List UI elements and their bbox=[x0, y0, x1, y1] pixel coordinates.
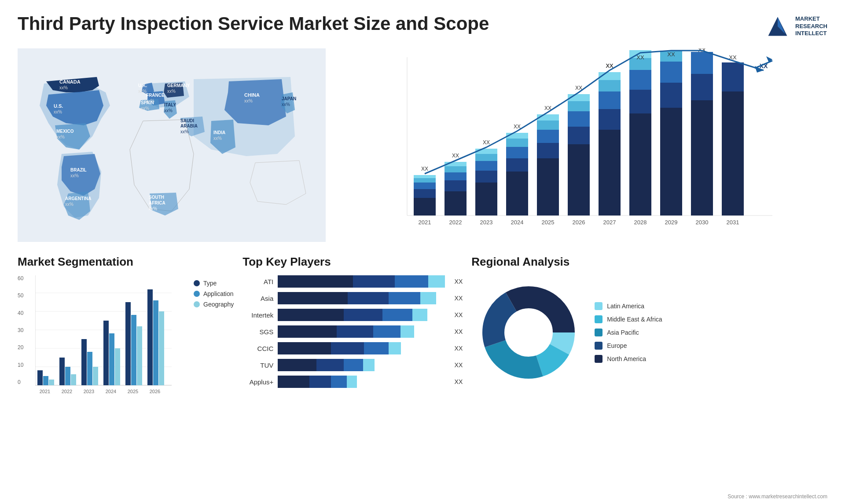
legend-north-america: North America bbox=[595, 355, 662, 363]
svg-rect-81 bbox=[629, 90, 651, 113]
svg-rect-123 bbox=[37, 370, 43, 385]
logo-icon bbox=[764, 13, 791, 40]
svg-rect-70 bbox=[568, 111, 590, 127]
svg-text:xx%: xx% bbox=[65, 202, 73, 207]
svg-text:SPAIN: SPAIN bbox=[141, 100, 154, 105]
svg-text:ARABIA: ARABIA bbox=[180, 124, 198, 128]
player-ati: ATI XX bbox=[242, 275, 463, 288]
player-value-applus: XX bbox=[455, 378, 463, 385]
svg-text:2021: 2021 bbox=[40, 389, 50, 394]
legend-label-latin: Latin America bbox=[607, 303, 644, 310]
svg-rect-38 bbox=[414, 198, 436, 215]
svg-rect-45 bbox=[445, 180, 467, 191]
svg-rect-91 bbox=[691, 74, 713, 100]
svg-text:AFRICA: AFRICA bbox=[149, 201, 165, 205]
svg-text:xx%: xx% bbox=[149, 206, 157, 211]
svg-text:2025: 2025 bbox=[128, 389, 138, 394]
svg-rect-51 bbox=[475, 171, 497, 183]
svg-text:XX: XX bbox=[421, 166, 428, 172]
svg-text:xx%: xx% bbox=[164, 108, 173, 113]
player-sgs: SGS XX bbox=[242, 325, 463, 338]
svg-text:BRAZIL: BRAZIL bbox=[70, 168, 87, 172]
svg-rect-130 bbox=[87, 352, 92, 385]
svg-rect-129 bbox=[81, 339, 87, 385]
svg-text:xx%: xx% bbox=[59, 85, 68, 90]
svg-rect-133 bbox=[109, 333, 114, 385]
legend-dot-geo bbox=[194, 301, 200, 307]
regional-container: Latin America Middle East & Africa Asia … bbox=[471, 275, 827, 390]
svg-rect-58 bbox=[506, 147, 528, 158]
svg-rect-88 bbox=[660, 62, 682, 83]
player-name-applus: Applus+ bbox=[242, 378, 273, 386]
page-title: Third Party Inspection Service Market Si… bbox=[18, 13, 489, 34]
svg-rect-77 bbox=[599, 80, 621, 91]
regional-legend: Latin America Middle East & Africa Asia … bbox=[595, 302, 662, 363]
map-container: CANADA xx% U.S. xx% MEXICO xx% BRAZIL xx… bbox=[18, 48, 326, 242]
legend-color-apac bbox=[595, 329, 603, 336]
player-bar-tuv bbox=[278, 359, 446, 371]
svg-text:2023: 2023 bbox=[84, 389, 94, 394]
legend-middle-east: Middle East & Africa bbox=[595, 315, 662, 323]
players-section: Top Key Players ATI XX bbox=[242, 255, 463, 396]
legend-label-apac: Asia Pacific bbox=[607, 329, 639, 336]
player-value-sgs: XX bbox=[455, 328, 463, 335]
svg-rect-87 bbox=[660, 83, 682, 108]
svg-text:2022: 2022 bbox=[449, 219, 462, 226]
svg-rect-64 bbox=[537, 130, 559, 143]
legend-color-mea bbox=[595, 315, 603, 323]
svg-text:2022: 2022 bbox=[62, 389, 72, 394]
player-applus: Applus+ XX bbox=[242, 376, 463, 388]
svg-rect-94 bbox=[722, 62, 744, 91]
svg-rect-47 bbox=[445, 166, 467, 172]
svg-rect-138 bbox=[147, 289, 153, 385]
player-value-ati: XX bbox=[455, 278, 463, 285]
svg-text:2026: 2026 bbox=[150, 389, 160, 394]
bottom-section: Market Segmentation 0 10 20 30 40 50 60 bbox=[18, 255, 827, 396]
player-name-asia: Asia bbox=[242, 295, 273, 302]
player-bar-ccic bbox=[278, 342, 446, 354]
svg-rect-139 bbox=[153, 300, 158, 385]
svg-text:XX: XX bbox=[483, 139, 490, 146]
svg-text:xx%: xx% bbox=[244, 99, 253, 103]
player-bar-intertek bbox=[278, 309, 446, 321]
svg-rect-69 bbox=[568, 127, 590, 144]
svg-text:2024: 2024 bbox=[106, 389, 116, 394]
player-bar-applus bbox=[278, 376, 446, 388]
svg-text:2023: 2023 bbox=[480, 219, 493, 226]
legend-geography: Geography bbox=[194, 301, 234, 308]
logo: MARKET RESEARCH INTELLECT bbox=[764, 13, 827, 40]
svg-rect-127 bbox=[65, 367, 70, 385]
svg-rect-40 bbox=[414, 183, 436, 189]
svg-rect-90 bbox=[691, 100, 713, 215]
svg-text:xx%: xx% bbox=[54, 110, 62, 114]
page: Third Party Inspection Service Market Si… bbox=[0, 0, 845, 504]
svg-rect-52 bbox=[475, 161, 497, 171]
svg-rect-50 bbox=[475, 183, 497, 215]
legend-europe: Europe bbox=[595, 342, 662, 350]
svg-text:SOUTH: SOUTH bbox=[149, 195, 164, 200]
svg-text:xx%: xx% bbox=[138, 89, 147, 94]
legend-dot-type bbox=[194, 280, 200, 286]
legend-color-europe bbox=[595, 342, 603, 350]
legend-dot-app bbox=[194, 291, 200, 297]
svg-rect-92 bbox=[691, 52, 713, 74]
svg-text:U.K.: U.K. bbox=[138, 83, 147, 88]
header: Third Party Inspection Service Market Si… bbox=[18, 13, 827, 40]
player-value-intertek: XX bbox=[455, 311, 463, 318]
legend-application: Application bbox=[194, 290, 234, 297]
svg-text:2029: 2029 bbox=[665, 219, 678, 226]
growth-chart-section: XX XX XX bbox=[339, 48, 827, 242]
svg-text:xx%: xx% bbox=[56, 135, 65, 139]
player-name-intertek: Intertek bbox=[242, 311, 273, 319]
player-value-ccic: XX bbox=[455, 345, 463, 352]
svg-text:CANADA: CANADA bbox=[59, 79, 81, 84]
svg-text:XX: XX bbox=[667, 51, 675, 58]
player-name-sgs: SGS bbox=[242, 328, 273, 336]
svg-rect-132 bbox=[103, 321, 109, 385]
svg-rect-65 bbox=[537, 121, 559, 130]
player-intertek: Intertek XX bbox=[242, 309, 463, 321]
player-value-asia: XX bbox=[455, 295, 463, 302]
svg-rect-125 bbox=[49, 380, 54, 385]
players-title: Top Key Players bbox=[242, 255, 463, 269]
segmentation-title: Market Segmentation bbox=[18, 255, 234, 269]
